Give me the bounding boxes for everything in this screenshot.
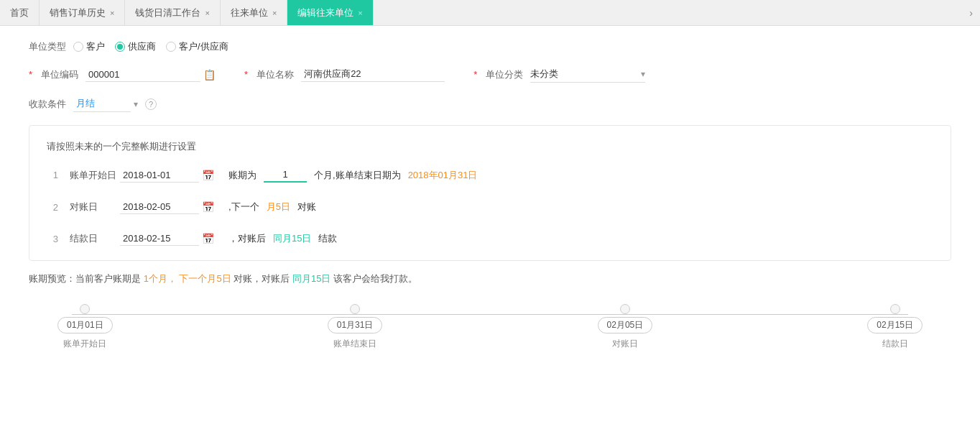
tab-sales-history-label: 销售订单历史 [50, 6, 106, 19]
row-3-highlight-text: 同月15日 [273, 232, 311, 245]
tab-edit-units-label: 编辑往来单位 [297, 6, 353, 19]
timeline-label-1: 账单开始日 [63, 338, 106, 350]
row-3-label: 结款日 [70, 232, 113, 245]
timeline-date-2: 01月31日 [328, 317, 383, 334]
timeline-items: 01月01日 账单开始日 01月31日 账单结束日 02月05日 对账日 02月… [57, 304, 923, 350]
help-icon[interactable]: ? [145, 98, 157, 110]
timeline-item-4: 02月15日 结款日 [867, 304, 923, 350]
unit-code-label: 单位编码 [41, 68, 78, 81]
row-1-middle-text: 账期为 [228, 169, 256, 182]
payment-terms-value: 月结 [73, 96, 131, 112]
payment-terms-row: 收款条件 月结 ▾ ? [29, 96, 951, 112]
tab-units-close[interactable]: × [272, 9, 277, 17]
row-1-label: 账单开始日 [70, 169, 113, 182]
tab-edit-units[interactable]: 编辑往来单位 × [287, 0, 373, 25]
tab-cashier[interactable]: 钱货日清工作台 × [125, 0, 220, 25]
category-chevron-icon: ▾ [641, 69, 645, 79]
radio-customer-circle [73, 42, 83, 52]
row-2-label: 对账日 [70, 201, 113, 213]
tab-sales-history-close[interactable]: × [110, 9, 114, 17]
row-1-date-wrapper: 📅 [120, 168, 214, 183]
tab-scroll-arrow[interactable]: › [962, 0, 980, 25]
row-3-num: 3 [47, 234, 58, 244]
row-3-calendar-icon[interactable]: 📅 [202, 233, 214, 244]
tab-home-label: 首页 [10, 6, 29, 19]
timeline-label-3: 对账日 [612, 338, 638, 350]
preview-part2: 下一个月5日 [179, 273, 231, 284]
main-content: 单位类型 客户 供应商 客户/供应商 * 单位编码 📋 * 单位名称 * [0, 26, 980, 437]
preview-middle: 对账，对账后 [234, 273, 290, 284]
unit-category-dropdown[interactable]: 未分类 ▾ [530, 66, 645, 83]
unit-name-star: * [244, 69, 248, 80]
timeline-date-4: 02月15日 [867, 317, 923, 334]
unit-category-star: * [473, 69, 477, 80]
timeline-dot-2 [350, 304, 360, 314]
row-1-calendar-icon[interactable]: 📅 [202, 170, 214, 181]
unit-code-star: * [29, 69, 32, 80]
payment-terms-dropdown[interactable]: 月结 ▾ [73, 96, 138, 112]
row-2-date-wrapper: 📅 [120, 200, 214, 214]
row-2-date-input[interactable] [120, 200, 199, 214]
radio-both-circle [166, 42, 176, 52]
timeline-date-3: 02月05日 [598, 317, 653, 334]
preview-section: 账期预览：当前客户账期是 1个月， 下一个月5日 对账，对账后 同月15日 该客… [29, 272, 951, 285]
tab-sales-history[interactable]: 销售订单历史 × [40, 0, 125, 25]
row-2-highlight-text: 月5日 [267, 201, 290, 213]
unit-code-input[interactable] [85, 68, 200, 82]
setting-row-3: 3 结款日 📅 ，对账后 同月15日 结款 [47, 231, 933, 246]
setting-row-2: 2 对账日 📅 ,下一个 月5日 对账 [47, 200, 933, 214]
unit-type-radio-group: 客户 供应商 客户/供应商 [73, 40, 228, 53]
unit-info-row: * 单位编码 📋 * 单位名称 * 单位分类 未分类 ▾ [29, 66, 951, 83]
row-3-date-input[interactable] [120, 231, 199, 246]
unit-name-input[interactable] [301, 68, 445, 82]
tab-cashier-close[interactable]: × [205, 9, 209, 17]
timeline-dot-3 [620, 304, 630, 314]
settings-box: 请按照未来的一个完整帐期进行设置 1 账单开始日 📅 账期为 个月,账单结束日期… [29, 125, 951, 261]
tab-home[interactable]: 首页 [0, 0, 40, 25]
radio-supplier-label: 供应商 [128, 40, 156, 53]
row-2-prefix-text: ,下一个 [228, 201, 259, 213]
unit-code-icon[interactable]: 📋 [203, 69, 216, 80]
row-1-num: 1 [47, 170, 58, 180]
radio-customer-label: 客户 [86, 40, 105, 53]
timeline-dot-1 [80, 304, 90, 314]
radio-both-label: 客户/供应商 [179, 40, 228, 53]
setting-row-1: 1 账单开始日 📅 账期为 个月,账单结束日期为 2018年01月31日 [47, 167, 933, 183]
row-1-suffix-text: 个月,账单结束日期为 [314, 169, 401, 182]
unit-name-label: 单位名称 [256, 68, 294, 81]
tab-cashier-label: 钱货日清工作台 [135, 6, 200, 19]
settings-title: 请按照未来的一个完整帐期进行设置 [47, 140, 933, 153]
timeline-date-1: 01月01日 [57, 317, 113, 334]
row-1-num-input[interactable] [264, 167, 307, 183]
radio-both[interactable]: 客户/供应商 [166, 40, 228, 53]
row-2-calendar-icon[interactable]: 📅 [202, 201, 214, 213]
row-1-date-input[interactable] [120, 168, 199, 183]
row-3-tail-text: 结款 [318, 232, 337, 245]
unit-category-value: 未分类 [530, 68, 637, 80]
tab-units-label: 往来单位 [231, 6, 268, 19]
timeline-item-2: 01月31日 账单结束日 [328, 304, 383, 350]
tab-bar: 首页 销售订单历史 × 钱货日清工作台 × 往来单位 × 编辑往来单位 × › [0, 0, 980, 26]
tab-units[interactable]: 往来单位 × [221, 0, 287, 25]
preview-part1: 1个月， [144, 273, 177, 284]
unit-type-label: 单位类型 [29, 40, 66, 53]
timeline-item-3: 02月05日 对账日 [598, 304, 653, 350]
preview-prefix: 账期预览：当前客户账期是 [29, 273, 141, 284]
unit-category-label: 单位分类 [486, 68, 523, 81]
row-2-num: 2 [47, 202, 58, 213]
unit-type-row: 单位类型 客户 供应商 客户/供应商 [29, 40, 951, 53]
preview-suffix: 该客户会给我打款。 [333, 273, 417, 284]
timeline-container: 01月01日 账单开始日 01月31日 账单结束日 02月05日 对账日 02月… [29, 297, 951, 350]
timeline-label-4: 结款日 [882, 338, 908, 350]
row-2-tail-text: 对账 [297, 201, 316, 213]
tab-edit-units-close[interactable]: × [358, 9, 362, 17]
radio-supplier-circle [115, 42, 125, 52]
row-3-date-wrapper: 📅 [120, 231, 214, 246]
payment-terms-label: 收款条件 [29, 98, 66, 111]
timeline-item-1: 01月01日 账单开始日 [57, 304, 113, 350]
radio-customer[interactable]: 客户 [73, 40, 105, 53]
unit-code-field-wrapper: 📋 [85, 68, 216, 82]
radio-supplier[interactable]: 供应商 [115, 40, 156, 53]
timeline-dot-4 [890, 304, 900, 314]
row-1-highlight-date: 2018年01月31日 [408, 169, 478, 182]
